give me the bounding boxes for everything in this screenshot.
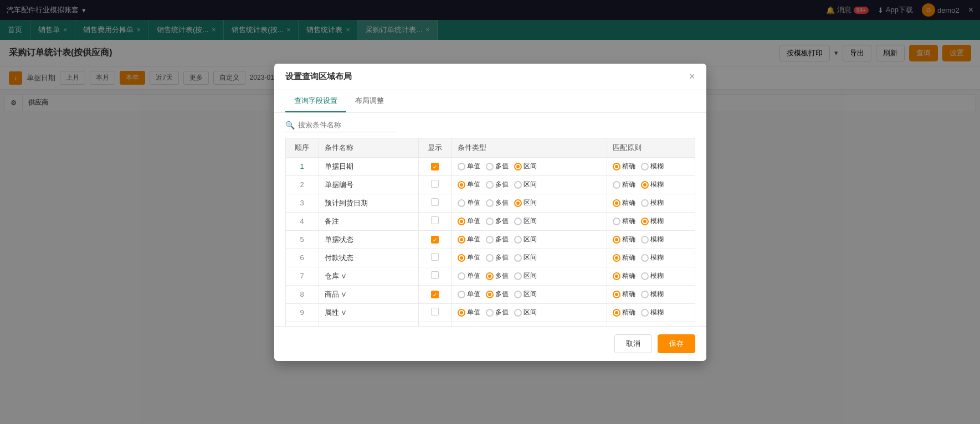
- display-checkbox-checked[interactable]: [431, 163, 439, 170]
- match-radio-item[interactable]: 精确: [613, 180, 635, 189]
- type-multi-radio[interactable]: [486, 309, 494, 317]
- type-range-radio[interactable]: [514, 254, 522, 262]
- type-single-radio[interactable]: [458, 254, 465, 262]
- cell-display[interactable]: [418, 303, 451, 322]
- cell-display[interactable]: [418, 267, 451, 285]
- display-checkbox[interactable]: [431, 180, 439, 188]
- match-radio-item[interactable]: 精确: [613, 308, 635, 317]
- type-range-radio[interactable]: [514, 163, 522, 170]
- type-radio-item[interactable]: 区间: [514, 198, 537, 208]
- match-radio-item[interactable]: 精确: [613, 289, 635, 299]
- type-multi-radio[interactable]: [486, 236, 494, 244]
- type-radio-item[interactable]: 多值: [486, 162, 509, 171]
- type-radio-item[interactable]: 多值: [486, 271, 509, 281]
- match-exact-radio[interactable]: [613, 218, 620, 225]
- type-radio-item[interactable]: 区间: [514, 235, 537, 244]
- match-exact-radio[interactable]: [613, 163, 620, 170]
- match-exact-radio[interactable]: [613, 199, 620, 207]
- type-single-radio[interactable]: [458, 181, 465, 189]
- match-fuzzy-radio[interactable]: [641, 291, 649, 298]
- type-multi-radio[interactable]: [486, 218, 494, 225]
- match-exact-radio[interactable]: [613, 309, 620, 317]
- match-radio-item[interactable]: 模糊: [641, 308, 664, 317]
- match-radio-item[interactable]: 模糊: [641, 271, 664, 281]
- type-radio-item[interactable]: 多值: [486, 308, 509, 317]
- type-radio-item[interactable]: 多值: [486, 253, 509, 262]
- type-radio-item[interactable]: 多值: [486, 216, 509, 226]
- match-radio-item[interactable]: 精确: [613, 162, 635, 171]
- type-radio-item[interactable]: 区间: [514, 180, 537, 189]
- match-fuzzy-radio[interactable]: [641, 181, 649, 189]
- type-radio-item[interactable]: 多值: [486, 289, 509, 299]
- save-btn[interactable]: 保存: [658, 334, 695, 353]
- type-radio-item[interactable]: 区间: [514, 308, 537, 317]
- type-multi-radio[interactable]: [486, 272, 494, 280]
- match-fuzzy-radio[interactable]: [641, 163, 649, 170]
- match-radio-item[interactable]: 精确: [613, 198, 635, 208]
- type-radio-item[interactable]: 单值: [458, 216, 480, 226]
- cell-display[interactable]: [418, 322, 451, 326]
- type-single-radio[interactable]: [458, 163, 465, 170]
- type-range-radio[interactable]: [514, 199, 522, 207]
- type-multi-radio[interactable]: [486, 199, 494, 207]
- type-single-radio[interactable]: [458, 199, 465, 207]
- display-checkbox[interactable]: [431, 216, 439, 224]
- cell-display[interactable]: [418, 285, 451, 303]
- type-multi-radio[interactable]: [486, 291, 494, 298]
- type-multi-radio[interactable]: [486, 163, 494, 170]
- match-radio-item[interactable]: 模糊: [641, 289, 664, 299]
- type-single-radio[interactable]: [458, 291, 465, 298]
- match-radio-item[interactable]: 模糊: [641, 235, 664, 244]
- display-checkbox[interactable]: [431, 271, 439, 279]
- type-radio-item[interactable]: 区间: [514, 216, 537, 226]
- type-radio-item[interactable]: 多值: [486, 198, 509, 208]
- type-radio-item[interactable]: 单值: [458, 253, 480, 262]
- match-fuzzy-radio[interactable]: [641, 199, 649, 207]
- type-range-radio[interactable]: [514, 291, 522, 298]
- type-radio-item[interactable]: 单值: [458, 162, 480, 171]
- match-radio-item[interactable]: 精确: [613, 271, 635, 281]
- cell-display[interactable]: [418, 230, 451, 249]
- display-checkbox[interactable]: [431, 308, 439, 316]
- type-radio-item[interactable]: 单值: [458, 198, 480, 208]
- type-radio-item[interactable]: 多值: [486, 180, 509, 189]
- cell-display[interactable]: [418, 175, 451, 194]
- match-fuzzy-radio[interactable]: [641, 272, 649, 280]
- match-radio-item[interactable]: 精确: [613, 253, 635, 262]
- type-range-radio[interactable]: [514, 181, 522, 189]
- match-radio-item[interactable]: 模糊: [641, 216, 664, 226]
- type-radio-item[interactable]: 单值: [458, 235, 480, 244]
- cell-display[interactable]: [418, 157, 451, 175]
- type-range-radio[interactable]: [514, 309, 522, 317]
- type-radio-item[interactable]: 区间: [514, 289, 537, 299]
- match-radio-item[interactable]: 模糊: [641, 162, 664, 171]
- match-radio-item[interactable]: 精确: [613, 235, 635, 244]
- match-fuzzy-radio[interactable]: [641, 218, 649, 225]
- type-radio-item[interactable]: 单值: [458, 271, 480, 281]
- modal-tab-layout[interactable]: 布局调整: [346, 90, 393, 112]
- type-range-radio[interactable]: [514, 236, 522, 244]
- type-radio-item[interactable]: 区间: [514, 271, 537, 281]
- type-radio-item[interactable]: 单值: [458, 308, 480, 317]
- type-radio-item[interactable]: 区间: [514, 253, 537, 262]
- modal-tab-query-fields[interactable]: 查询字段设置: [285, 90, 346, 112]
- type-multi-radio[interactable]: [486, 254, 494, 262]
- match-radio-item[interactable]: 模糊: [641, 180, 664, 189]
- type-multi-radio[interactable]: [486, 181, 494, 189]
- type-range-radio[interactable]: [514, 272, 522, 280]
- match-radio-item[interactable]: 精确: [613, 216, 635, 226]
- match-exact-radio[interactable]: [613, 254, 620, 262]
- type-radio-item[interactable]: 单值: [458, 289, 480, 299]
- match-fuzzy-radio[interactable]: [641, 254, 649, 262]
- display-checkbox[interactable]: [431, 198, 439, 206]
- type-single-radio[interactable]: [458, 236, 465, 244]
- display-checkbox-checked[interactable]: [431, 291, 439, 298]
- search-input[interactable]: [298, 121, 387, 129]
- match-radio-item[interactable]: 模糊: [641, 253, 664, 262]
- match-exact-radio[interactable]: [613, 291, 620, 298]
- type-radio-item[interactable]: 多值: [486, 235, 509, 244]
- cell-display[interactable]: [418, 212, 451, 230]
- type-single-radio[interactable]: [458, 272, 465, 280]
- type-radio-item[interactable]: 单值: [458, 180, 480, 189]
- match-radio-item[interactable]: 模糊: [641, 198, 664, 208]
